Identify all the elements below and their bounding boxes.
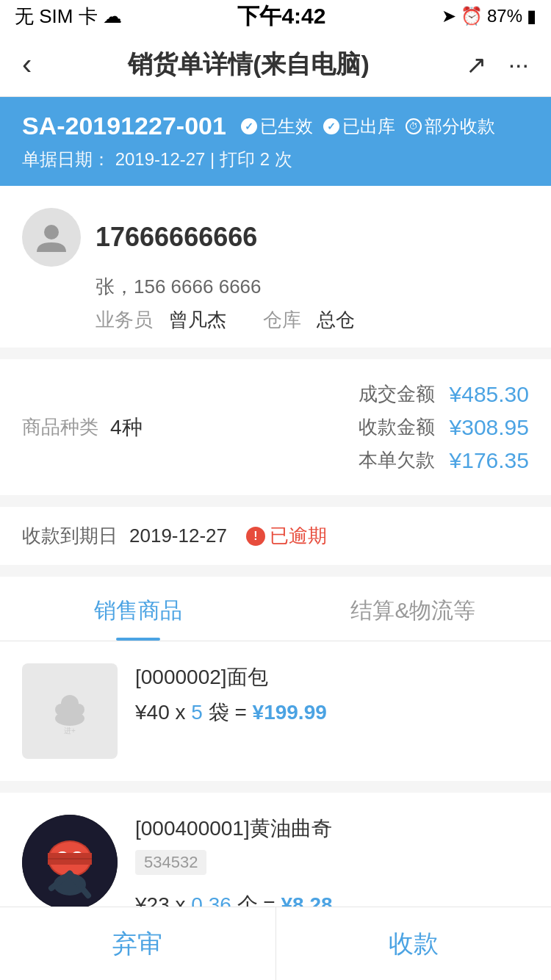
customer-id: 17666666666 <box>96 222 257 253</box>
share-button[interactable]: ↗ <box>466 50 486 79</box>
status-left: 无 SIM 卡 ☁ <box>15 4 122 29</box>
sim-label: 无 SIM 卡 ☁ <box>15 4 122 29</box>
customer-name: 张，156 6666 6666 <box>96 274 529 300</box>
badge-partial: ⏱ 部分收款 <box>406 115 495 138</box>
status-badges: ✓ 已生效 ✓ 已出库 ⏱ 部分收款 <box>241 115 495 138</box>
product-info-1: [0000002]面包 ¥40 x 5 袋 = ¥199.99 <box>135 663 529 727</box>
status-time: 下午4:42 <box>237 1 325 32</box>
clock-icon: ⏱ <box>406 118 422 134</box>
type-count: 4种 <box>110 414 143 442</box>
type-label: 商品种类 <box>22 414 98 440</box>
product-image-2 <box>22 815 118 910</box>
debt-amount: ¥176.35 <box>450 448 529 473</box>
cancel-button[interactable]: 弃审 <box>0 907 276 980</box>
customer-section: 17666666666 张，156 6666 6666 业务员 曾凡杰 仓库 总… <box>0 186 551 347</box>
back-button[interactable]: ‹ <box>22 48 32 81</box>
check-icon-2: ✓ <box>323 118 339 134</box>
due-label: 收款到期日 <box>22 523 118 549</box>
bottom-bar: 弃审 收款 <box>0 907 551 980</box>
warehouse-label: 仓库 <box>263 309 301 331</box>
due-date: 2019-12-27 <box>129 525 227 547</box>
tab-settlement[interactable]: 结算&物流等 <box>276 577 551 641</box>
avatar <box>22 208 81 267</box>
product-sku-2: 534532 <box>135 850 206 875</box>
status-bar: 无 SIM 卡 ☁ 下午4:42 ➤ ⏰ 87% ▮ <box>0 0 551 32</box>
more-button[interactable]: ··· <box>508 50 529 79</box>
order-number: SA-20191227-001 <box>22 112 226 140</box>
order-header: SA-20191227-001 ✓ 已生效 ✓ 已出库 ⏱ 部分收款 单据日期：… <box>0 97 551 186</box>
product-name-2: [000400001]黄油曲奇 <box>135 815 529 843</box>
status-right: ➤ ⏰ 87% ▮ <box>442 6 536 26</box>
warehouse-value: 总仓 <box>317 309 355 331</box>
nav-bar: ‹ 销货单详情(来自电脑) ↗ ··· <box>0 32 551 97</box>
tabs-section: 销售商品 结算&物流等 <box>0 577 551 641</box>
badge-shipped: ✓ 已出库 <box>323 115 395 138</box>
received-label: 收款金额 <box>359 414 435 440</box>
confirm-button[interactable]: 收款 <box>276 907 552 980</box>
salesman-label: 业务员 <box>96 309 153 331</box>
page-title: 销货单详情(来自电脑) <box>128 48 370 82</box>
overdue-icon: ! <box>246 527 265 546</box>
product-price-1: ¥40 x 5 袋 = ¥199.99 <box>135 699 529 727</box>
tab-sales-products[interactable]: 销售商品 <box>0 577 276 641</box>
badge-effective: ✓ 已生效 <box>241 115 313 138</box>
deal-amount: ¥485.30 <box>450 382 529 407</box>
deal-label: 成交金额 <box>359 381 435 407</box>
product-qty-1: 5 <box>191 701 203 724</box>
debt-label: 本单欠款 <box>359 447 435 473</box>
customer-meta: 业务员 曾凡杰 仓库 总仓 <box>96 307 529 333</box>
product-total-1: ¥199.99 <box>253 701 327 724</box>
overdue-badge: ! 已逾期 <box>246 523 327 549</box>
overdue-text: 已逾期 <box>270 523 327 549</box>
product-name-1: [0000002]面包 <box>135 663 529 691</box>
product-card-1: 进+ [0000002]面包 ¥40 x 5 袋 = ¥199.99 <box>0 641 551 781</box>
svg-point-0 <box>44 225 59 239</box>
check-icon-1: ✓ <box>241 118 257 134</box>
products-section: 进+ [0000002]面包 ¥40 x 5 袋 = ¥199.99 <box>0 641 551 941</box>
product-info-2: [000400001]黄油曲奇 534532 ¥23 x 0.36 个 = ¥8… <box>135 815 529 919</box>
battery-icon: ▮ <box>527 6 536 26</box>
nav-actions: ↗ ··· <box>466 50 529 79</box>
svg-text:进+: 进+ <box>64 727 76 735</box>
product-image-1: 进+ <box>22 663 118 759</box>
svg-point-4 <box>55 711 84 726</box>
battery-label: 87% <box>487 6 522 26</box>
summary-section: 商品种类 4种 成交金额 ¥485.30 收款金额 ¥308.95 本单欠款 ¥… <box>0 359 551 495</box>
received-amount: ¥308.95 <box>450 415 529 440</box>
order-date: 单据日期： 2019-12-27 | 打印 2 次 <box>22 148 529 171</box>
due-section: 收款到期日 2019-12-27 ! 已逾期 <box>0 507 551 565</box>
alarm-icon: ⏰ <box>461 6 483 26</box>
location-icon: ➤ <box>442 6 456 26</box>
salesman-value: 曾凡杰 <box>169 309 226 331</box>
